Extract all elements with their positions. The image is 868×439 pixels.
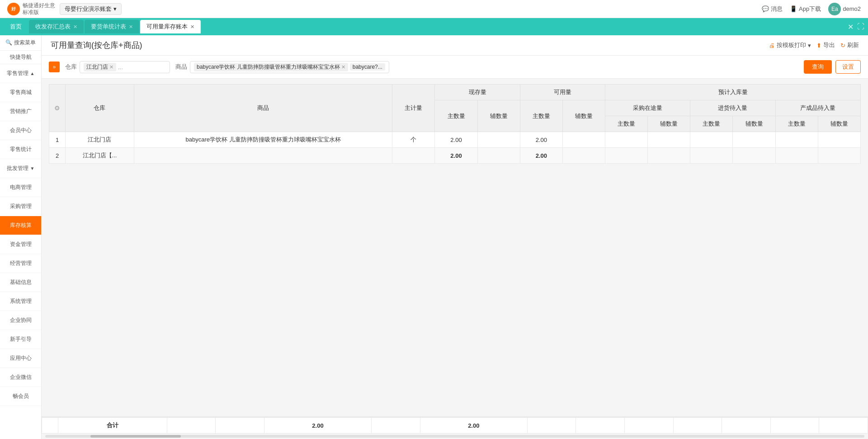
sidebar-item-base-info[interactable]: 基础信息: [0, 273, 41, 292]
sidebar-item-enterprise[interactable]: 企业协同: [0, 311, 41, 330]
horizontal-scrollbar[interactable]: [42, 434, 868, 439]
th-main-unit: 主计量: [392, 85, 435, 132]
th-incoming: 进货待入量: [690, 100, 775, 116]
table-row: 1 江北门店 babycare学饮杯 儿童防摔防撞吸管杯重力球吸嘴杯宝宝水杯 个…: [49, 132, 861, 148]
sidebar-item-purchase[interactable]: 采购管理: [0, 197, 41, 216]
td-in-main-1: [690, 132, 733, 148]
sidebar-quick-nav[interactable]: 快捷导航: [0, 51, 41, 64]
th-incoming-aux: 辅数量: [733, 116, 775, 132]
sidebar-item-member[interactable]: 会员中心: [0, 121, 41, 140]
refresh-button[interactable]: ↻ 刷新: [840, 41, 859, 49]
th-product: 商品: [134, 85, 392, 132]
sidebar-item-app-center[interactable]: 应用中心: [0, 349, 41, 368]
chevron-down-icon: ▾: [113, 5, 117, 12]
td-avail-main-2: 2.00: [520, 148, 562, 164]
footer-avail-aux: [527, 418, 576, 434]
sidebar-item-ecommerce[interactable]: 电商管理: [0, 178, 41, 197]
sidebar-item-marketing[interactable]: 营销推广: [0, 102, 41, 121]
td-avail-aux-1: [562, 132, 605, 148]
warehouse-filter-more[interactable]: ...: [118, 64, 123, 71]
footer-in-aux: [722, 418, 771, 434]
td-row-num-1: 1: [49, 132, 66, 148]
sidebar-item-operations[interactable]: 经营管理: [0, 254, 41, 273]
logo-icon: 好: [7, 3, 20, 15]
scrollbar-track[interactable]: [45, 435, 864, 438]
tab-available-stock[interactable]: 可用量库存账本 ✕: [140, 20, 201, 33]
message-button[interactable]: 💬 消息: [762, 5, 783, 13]
tab-available-stock-close[interactable]: ✕: [190, 24, 194, 30]
th-incoming-main: 主数量: [690, 116, 733, 132]
main-layout: 🔍 搜索菜单 快捷导航 零售管理 ▲ 零售商城 营销推广 会员中心 零售统计 批…: [0, 35, 868, 439]
product-tag-close-0[interactable]: ✕: [341, 64, 345, 70]
table-footer: 合计 2.00 2.00: [42, 416, 868, 434]
tab-receivables[interactable]: 收发存汇总表 ✕: [29, 20, 84, 33]
tab-home[interactable]: 首页: [4, 20, 28, 33]
print-template-button[interactable]: 🖨 按模板打印 ▾: [769, 41, 811, 49]
th-production-pending: 产成品待入量: [775, 100, 860, 116]
logo-text: 畅捷通好生意 标准版: [23, 2, 55, 15]
td-unit-2: [392, 148, 435, 164]
sidebar-item-sys-mgmt[interactable]: 系统管理: [0, 292, 41, 311]
sidebar-item-finance[interactable]: 资金管理: [0, 235, 41, 254]
sidebar-search[interactable]: 🔍 搜索菜单: [0, 35, 41, 51]
print-chevron-icon: ▾: [808, 42, 811, 49]
td-product-1: babycare学饮杯 儿童防摔防撞吸管杯重力球吸嘴杯宝宝水杯: [134, 132, 392, 148]
td-current-aux-2: [477, 148, 520, 164]
td-warehouse-1: 江北门店: [66, 132, 134, 148]
td-current-aux-1: [477, 132, 520, 148]
settings-button[interactable]: 设置: [835, 60, 861, 74]
tab-bar-right: ✕ ⛶: [848, 23, 864, 31]
footer-label: 合计: [58, 418, 167, 434]
warehouse-filter-input[interactable]: 江北门店 ✕ ...: [80, 61, 170, 73]
search-icon: 🔍: [5, 39, 12, 46]
footer-in-main: [673, 418, 722, 434]
td-product-2: [134, 148, 392, 164]
tab-receivables-close[interactable]: ✕: [73, 24, 77, 30]
app-download-button[interactable]: 📱 App下载: [790, 5, 821, 13]
company-selector[interactable]: 母婴行业演示账套 ▾: [60, 3, 122, 15]
tab-home-label: 首页: [10, 23, 22, 31]
print-icon: 🖨: [769, 42, 775, 49]
th-production-main: 主数量: [775, 116, 818, 132]
th-settings[interactable]: ⚙: [49, 85, 66, 132]
sidebar-item-retail-store[interactable]: 零售商城: [0, 83, 41, 102]
logo-area: 好 畅捷通好生意 标准版: [7, 2, 55, 15]
sidebar-item-retail-mgmt[interactable]: 零售管理 ▲: [0, 64, 41, 83]
data-table: ⚙ 仓库 商品 主计量 现存量 可用量 预计入库量 主数量 辅数量 主数量 辅数…: [49, 84, 861, 164]
tab-order-stats-close[interactable]: ✕: [129, 24, 133, 30]
th-production-aux: 辅数量: [818, 116, 860, 132]
page-header-actions: 🖨 按模板打印 ▾ ⬆ 导出 ↻ 刷新: [769, 41, 859, 49]
footer-row: 合计 2.00 2.00: [42, 418, 868, 434]
th-available: 可用量: [520, 85, 605, 100]
user-profile[interactable]: Ea demo2: [828, 3, 861, 15]
footer-prod-aux: [819, 418, 868, 434]
sidebar-item-wholesale-mgmt[interactable]: 批发管理 ▼: [0, 159, 41, 178]
expand-filter-button[interactable]: »: [49, 61, 60, 72]
th-available-main-qty: 主数量: [520, 100, 562, 132]
sidebar-item-retail-stats[interactable]: 零售统计: [0, 140, 41, 159]
top-bar-right: 💬 消息 📱 App下载 Ea demo2: [762, 3, 861, 15]
sidebar-item-vip-member[interactable]: 畅会员: [0, 387, 41, 406]
query-button[interactable]: 查询: [804, 60, 832, 74]
td-in-main-2: [690, 148, 733, 164]
th-purchase-transit: 采购在途量: [605, 100, 690, 116]
tab-list: 首页 收发存汇总表 ✕ 要货单统计表 ✕ 可用量库存账本 ✕: [4, 18, 201, 35]
scrollbar-thumb[interactable]: [90, 435, 181, 438]
table-container[interactable]: ⚙ 仓库 商品 主计量 现存量 可用量 预计入库量 主数量 辅数量 主数量 辅数…: [42, 79, 868, 416]
close-tab-btn[interactable]: ✕: [848, 23, 854, 31]
product-filter-input[interactable]: babycare学饮杯 儿童防摔防撞吸管杯重力球吸嘴杯宝宝水杯 ✕ babyca…: [190, 61, 389, 73]
td-unit-1: 个: [392, 132, 435, 148]
tab-bar: 首页 收发存汇总表 ✕ 要货单统计表 ✕ 可用量库存账本 ✕ ✕ ⛶: [0, 18, 868, 35]
sidebar-item-inventory[interactable]: 库存核算: [0, 216, 41, 235]
td-current-main-1: 2.00: [435, 132, 477, 148]
refresh-icon: ↻: [840, 42, 845, 49]
td-avail-main-1: 2.00: [520, 132, 562, 148]
export-button[interactable]: ⬆ 导出: [816, 41, 835, 49]
sidebar-item-new-guide[interactable]: 新手引导: [0, 330, 41, 349]
expand-btn[interactable]: ⛶: [857, 23, 864, 31]
top-bar-left: 好 畅捷通好生意 标准版 母婴行业演示账套 ▾: [7, 2, 122, 15]
footer-avail-main: 2.00: [420, 418, 527, 434]
sidebar-item-enterprise-wechat[interactable]: 企业微信: [0, 368, 41, 387]
warehouse-tag-close-0[interactable]: ✕: [109, 64, 113, 70]
tab-order-stats[interactable]: 要货单统计表 ✕: [85, 20, 139, 33]
